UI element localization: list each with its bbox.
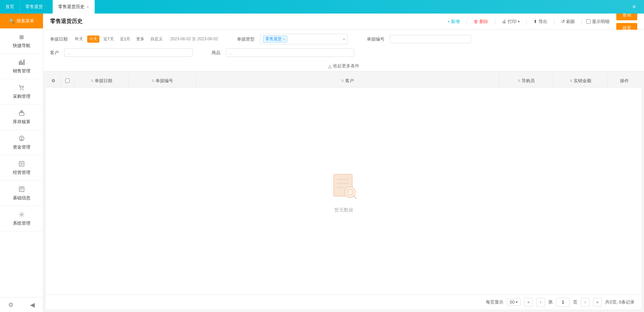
bill-type-select[interactable]: 零售退货 × ▾ [260,34,348,44]
th-bill-no-label: 单据编号 [156,78,173,84]
main-layout: 🔍 搜索菜单 ⊞ 快捷导航 销售管理 采购管理 [0,14,644,312]
more-conditions-toggle[interactable]: △ 收起更多条件 [50,61,637,71]
sidebar-item-quick-nav-label: 快捷导航 [13,43,30,49]
refresh-label: 刷新 [566,19,575,25]
date-btn-custom[interactable]: 自定义 [148,36,165,43]
sidebar-item-finance[interactable]: 资金管理 [0,130,43,155]
sidebar-item-sales-mgmt-label: 销售管理 [13,68,30,74]
date-btn-1month[interactable]: 近1月 [118,36,133,43]
collapse-icon: △ [328,64,332,69]
query-button[interactable]: 查询 [616,14,637,20]
print-button[interactable]: 🖨 打印 ▾ [499,17,522,26]
table-header: ⚙ ⇅ 单据日期 ⇅ 单据编号 ⇅ 客户 ⇅ [46,74,641,88]
th-bill-no[interactable]: ⇅ 单据编号 [128,74,196,87]
th-guide-label: 导购员 [522,78,535,84]
page-first-button[interactable]: « [524,298,533,307]
tab-retail-return-history-close[interactable]: × [87,5,89,9]
tab-retail-return-history[interactable]: 零售退货历史 × [53,0,94,14]
th-guide-sort-icon: ⇅ [518,79,520,83]
date-btn-more[interactable]: 更多 [134,36,146,43]
date-btn-today[interactable]: 今天 [87,36,99,43]
date-btn-7days[interactable]: 近7天 [101,36,116,43]
filter-row-2: 客户 ... 商品 ... [50,48,637,57]
empty-text: 暂无数据 [334,207,353,213]
new-button[interactable]: + 新增 [445,17,462,26]
sidebar-item-operations[interactable]: 经营管理 [0,155,43,181]
sidebar-item-quick-nav[interactable]: ⊞ 快捷导航 [0,28,43,54]
svg-point-5 [22,89,23,90]
sidebar-item-purchase-mgmt-label: 采购管理 [13,93,30,99]
per-page-dropdown-icon: ▾ [516,300,518,304]
sidebar-item-finance-label: 资金管理 [13,144,30,150]
finance-icon [18,135,25,142]
page-last-button[interactable]: » [593,298,602,307]
operations-icon [18,160,25,168]
select-all-checkbox[interactable] [65,79,70,83]
page-prev-button[interactable]: ‹ [536,298,545,307]
tab-retail-return[interactable]: 零售退货 × [20,0,53,14]
export-icon: ⬆ [533,19,537,24]
show-detail-label: 显示明细 [592,19,610,25]
date-btn-yesterday[interactable]: 昨天 [73,36,85,43]
collapse-label: 收起更多条件 [333,63,359,69]
page-header: 零售退货历史 + 新增 🗑 删除 🖨 打印 ▾ ⬆ 导出 ↺ [43,14,644,30]
bill-type-tag-close[interactable]: × [283,37,285,41]
show-detail-checkbox[interactable] [586,19,591,24]
sidebar-item-sales-mgmt[interactable]: 销售管理 [0,54,43,79]
empty-icon [327,169,361,203]
per-page-select[interactable]: 50 ▾ [507,298,521,306]
page-next-button[interactable]: › [581,298,590,307]
th-checkbox[interactable] [61,74,74,87]
th-settings[interactable]: ⚙ [46,74,61,87]
th-customer[interactable]: ⇅ 客户 [196,74,499,87]
export-button[interactable]: ⬆ 导出 [531,17,550,26]
tab-list: 首页 零售退货 × 零售退货历史 × [0,0,629,14]
page-number-input[interactable] [556,298,570,307]
search-menu-button[interactable]: 🔍 搜索菜单 [0,14,43,28]
tab-home[interactable]: 首页 [0,0,20,14]
th-date[interactable]: ⇅ 单据日期 [74,74,128,87]
goods-select[interactable]: ... [226,48,354,57]
delete-button[interactable]: 🗑 删除 [471,17,491,26]
sidebar-item-inventory[interactable]: 库存核算 [0,105,43,130]
search-menu-icon: 🔍 [9,19,15,24]
th-date-label: 单据日期 [95,78,112,84]
sidebar-collapse-button[interactable]: ◀ [27,301,38,309]
per-page-value: 50 [510,299,515,305]
svg-rect-14 [19,187,24,192]
filter-row-1: 单据日期 昨天 今天 近7天 近1月 更多 自定义 2023-06-02 至 2… [50,34,637,44]
th-date-sort-icon: ⇅ [91,79,93,83]
customer-placeholder: ... [67,50,71,55]
refresh-button[interactable]: ↺ 刷新 [558,17,578,26]
th-amount[interactable]: ⇅ 实销金额 [553,74,607,87]
page-title: 零售退货历史 [50,18,82,25]
th-bill-no-sort-icon: ⇅ [151,79,154,83]
sidebar-item-purchase-mgmt[interactable]: 采购管理 [0,79,43,105]
sep1 [467,19,467,25]
th-amount-sort-icon: ⇅ [570,79,572,83]
tab-home-label: 首页 [5,4,14,10]
sidebar-item-operations-label: 经营管理 [13,170,30,176]
sidebar-item-sys-mgmt[interactable]: 系统管理 [0,206,43,231]
refresh-icon: ↺ [561,19,565,24]
sidebar-items: ⊞ 快捷导航 销售管理 采购管理 库存核算 [0,28,43,297]
goods-placeholder: ... [229,50,233,55]
bill-type-label: 单据类型 [237,36,255,42]
sidebar-item-sys-mgmt-label: 系统管理 [13,220,30,226]
page-unit: 页 [573,299,577,305]
sidebar-item-base-info[interactable]: 基础信息 [0,181,43,206]
customer-select[interactable]: ... [64,48,193,57]
close-window-button[interactable]: × [629,3,639,10]
top-bar-right: × [629,3,644,10]
show-detail-wrap: 显示明细 [586,19,610,25]
date-shortcuts: 昨天 今天 近7天 近1月 更多 自定义 [73,36,165,43]
bill-type-tag-value: 零售退货 [265,36,282,42]
th-customer-label: 客户 [345,78,354,84]
bill-no-input[interactable] [390,35,471,43]
sidebar-settings-button[interactable]: ⚙ [5,301,17,309]
th-guide[interactable]: ⇅ 导购员 [499,74,553,87]
search-menu-label: 搜索菜单 [17,18,34,24]
sep3 [526,19,527,25]
th-action: 操作 [607,74,641,87]
tab-retail-return-close[interactable]: × [45,5,47,9]
